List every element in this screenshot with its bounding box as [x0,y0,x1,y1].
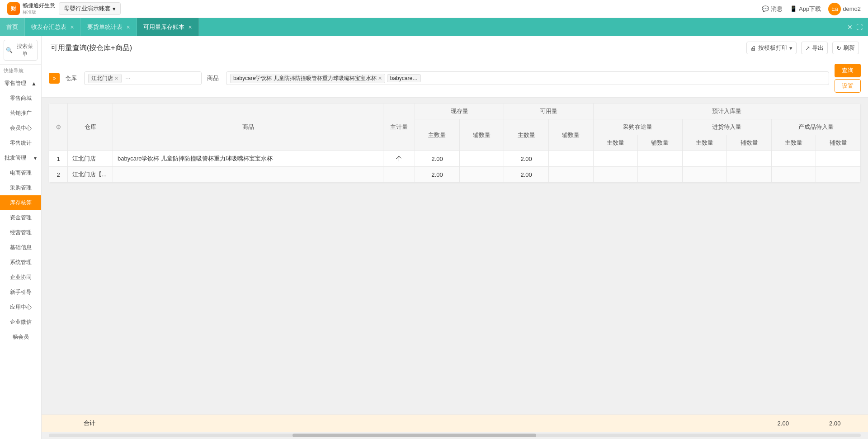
page-title: 可用量查询(按仓库+商品) [51,43,132,53]
print-icon: 🖨 [750,45,756,52]
current-stock-header: 现存量 [415,104,504,119]
row1-inbound-pending-aux [727,151,772,167]
tab-receive-summary-label: 收发存汇总表 [31,23,66,31]
product-tag-1-value: babycare学饮杯 儿童防摔防撞吸管杯重力球吸嘴杯宝宝水杯 [233,75,377,82]
warehouse-filter-container[interactable]: 江北门店 ✕ ··· [84,71,202,85]
product-col-header: 商品 [113,104,383,151]
refresh-icon: ↻ [836,45,841,52]
refresh-label: 刷新 [843,44,855,52]
row2-available-aux [548,167,593,183]
row2-inbound-pending-main [682,167,727,183]
row2-available-main: 2.00 [504,167,549,183]
sidebar-item-basic-info[interactable]: 基础信息 [0,240,41,255]
export-btn[interactable]: ↗ 导出 [801,42,828,54]
sidebar-item-new-guide[interactable]: 新手引导 [0,285,41,300]
refresh-btn[interactable]: ↻ 刷新 [832,42,859,54]
logo-area: 财 畅捷通好生意 标准版 [7,2,55,15]
sidebar-item-marketing[interactable]: 营销推广 [0,106,41,121]
row1-warehouse: 江北门店 [68,151,113,167]
app-download-btn[interactable]: 📱 App下载 [790,5,821,13]
purchase-transit-aux-header: 辅数量 [638,135,683,151]
row1-index: 1 [49,151,68,167]
sidebar-item-purchase-mgmt[interactable]: 采购管理 [0,180,41,195]
product-tag-2-value: babycare… [390,75,418,81]
warehouse-tag-close[interactable]: ✕ [114,76,118,81]
industry-selector[interactable]: 母婴行业演示账套 ▾ [59,2,121,15]
warehouse-more-dots: ··· [125,75,131,82]
chevron-icon: ▲ [31,80,37,87]
row2-inbound-pending-aux [727,167,772,183]
footer-empty1 [49,419,67,427]
row2-warehouse: 江北门店【... [68,167,113,183]
sidebar-item-app-center[interactable]: 应用中心 [0,300,41,315]
sidebar-item-retail-stats[interactable]: 零售统计 [0,136,41,151]
sidebar-item-enterprise-wechat[interactable]: 企业微信 [0,315,41,330]
filter-row: » 仓库 江北门店 ✕ ··· 商品 babycare学饮杯 儿童防摔防撞吸管杯… [42,59,868,98]
settings-gear-icon[interactable]: ⚙ [54,123,63,132]
sidebar-item-operations-mgmt[interactable]: 经营管理 [0,225,41,240]
chevron-down-icon2: ▾ [34,155,37,161]
settings-btn[interactable]: 设置 [835,79,861,93]
sidebar-retail-mgmt-label: 零售管理 [5,80,26,87]
tab-order-stats-close[interactable]: ✕ [126,24,130,30]
filter-expand-btn[interactable]: » [49,73,60,84]
tab-close-all-icon[interactable]: ✕ [847,24,853,31]
sidebar-item-retail-mgmt[interactable]: 零售管理 ▲ [0,76,41,91]
sidebar-item-finance-mgmt[interactable]: 资金管理 [0,210,41,225]
sidebar-basic-info-label: 基础信息 [10,244,32,251]
row2-unit [383,167,415,183]
warehouse-tag: 江北门店 ✕ [88,74,122,83]
sidebar-ecommerce-label: 电商管理 [10,169,32,177]
product-tag-1-close[interactable]: ✕ [378,76,382,81]
scroll-thumb[interactable] [292,434,536,437]
row1-unit: 个 [383,151,415,167]
product-filter-container[interactable]: babycare学饮杯 儿童防摔防撞吸管杯重力球吸嘴杯宝宝水杯 ✕ babyca… [226,71,829,85]
tab-available-stock-close[interactable]: ✕ [188,24,192,30]
available-aux-qty-header: 辅数量 [548,119,593,151]
sidebar-item-ecommerce-mgmt[interactable]: 电商管理 [0,165,41,180]
query-btn[interactable]: 查询 [835,64,861,77]
sidebar-item-inventory-check[interactable]: 库存核算 [0,195,41,210]
warehouse-filter-label: 仓库 [65,74,77,82]
export-icon: ↗ [805,45,810,52]
page-title-row: 可用量查询(按仓库+商品) 🖨 按模板打印 ▾ ↗ 导出 ↻ 刷新 [51,42,859,59]
sidebar-item-system-mgmt[interactable]: 系统管理 [0,255,41,270]
tab-fullscreen-icon[interactable]: ⛶ [856,24,863,31]
print-btn[interactable]: 🖨 按模板打印 ▾ [746,42,797,54]
footer-label: 合计 [67,419,112,427]
sidebar-item-batch-mgmt[interactable]: 批发管理 ▾ [0,151,41,165]
inbound-pending-aux-header: 辅数量 [727,135,772,151]
sidebar-batch-mgmt-label: 批发管理 [5,154,26,162]
message-btn[interactable]: 💬 消息 [762,5,783,13]
sidebar-item-member-center[interactable]: 会员中心 [0,121,41,136]
row1-current-aux [459,151,504,167]
sidebar-enterprise-wechat-label: 企业微信 [10,318,32,326]
row2-index: 2 [49,167,68,183]
tab-receive-summary[interactable]: 收发存汇总表 ✕ [25,18,81,36]
sidebar-item-enterprise-collab[interactable]: 企业协同 [0,270,41,285]
row2-production-pending-main [771,167,816,183]
production-pending-aux-header: 辅数量 [816,135,861,151]
footer-available-main-total: 2.00 [809,419,860,427]
row1-production-pending-aux [816,151,861,167]
horizontal-scrollbar[interactable] [42,432,868,439]
content-area: 可用量查询(按仓库+商品) 🖨 按模板打印 ▾ ↗ 导出 ↻ 刷新 [42,36,868,439]
row1-purchase-transit-main [593,151,638,167]
sidebar-member-vip-label: 畅会员 [13,333,29,341]
search-menu-btn[interactable]: 🔍 搜索菜单 [4,40,38,61]
sidebar-item-retail-mall[interactable]: 零售商城 [0,91,41,106]
warehouse-tag-value: 江北门店 [91,75,113,82]
purchase-transit-main-header: 主数量 [593,135,638,151]
page-header: 可用量查询(按仓库+商品) 🖨 按模板打印 ▾ ↗ 导出 ↻ 刷新 [42,36,868,59]
product-tag-2: babycare… [387,74,421,82]
chevron-down-icon: ▾ [113,5,116,12]
tab-available-stock[interactable]: 可用量库存账本 ✕ [137,18,199,36]
tab-receive-summary-close[interactable]: ✕ [70,24,74,30]
user-area[interactable]: Ea demo2 [828,3,861,15]
tab-home[interactable]: 首页 [0,18,25,36]
logo-icon: 财 [7,2,20,15]
sidebar-item-member-vip[interactable]: 畅会员 [0,330,41,345]
current-main-qty-header: 主数量 [415,119,460,151]
expand-icon: » [53,75,56,81]
tab-order-stats[interactable]: 要货单统计表 ✕ [81,18,137,36]
